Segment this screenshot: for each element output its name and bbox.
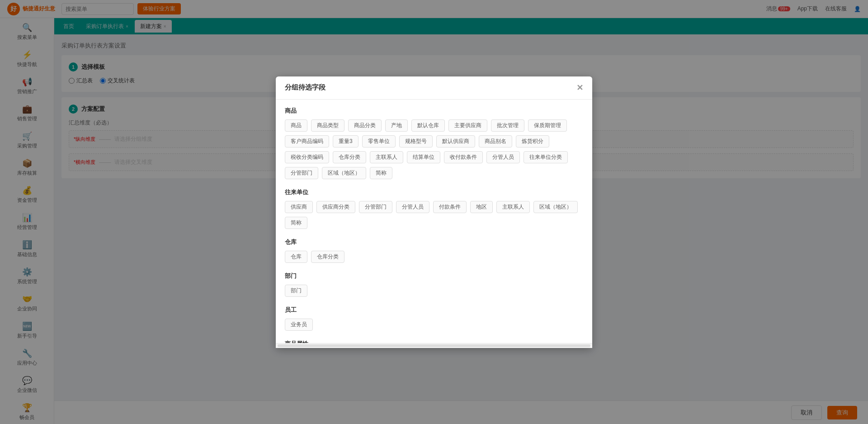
field-tag-0-9[interactable]: 重量3 [333, 135, 359, 148]
field-tags-3: 部门 [285, 285, 583, 297]
modal-body[interactable]: 商品商品商品类型商品分类产地默认仓库主要供应商批次管理保质期管理客户商品编码重量… [276, 100, 592, 343]
field-tag-0-23[interactable]: 区域（地区） [322, 167, 366, 179]
field-tag-0-22[interactable]: 分管部门 [285, 167, 318, 179]
field-section-3: 部门部门 [285, 272, 583, 297]
field-tag-0-8[interactable]: 客户商品编码 [285, 135, 329, 148]
field-tags-2: 仓库仓库分类 [285, 251, 583, 263]
field-tag-2-0[interactable]: 仓库 [285, 251, 307, 263]
field-section-2: 仓库仓库仓库分类 [285, 238, 583, 263]
field-section-0: 商品商品商品类型商品分类产地默认仓库主要供应商批次管理保质期管理客户商品编码重量… [285, 107, 583, 179]
field-section-title-1: 往来单位 [285, 188, 583, 196]
field-tag-0-4[interactable]: 默认仓库 [411, 119, 445, 132]
modal-hscroll[interactable] [276, 343, 592, 348]
field-tag-1-7[interactable]: 区域（地区） [533, 201, 578, 213]
field-tag-0-0[interactable]: 商品 [285, 119, 307, 132]
field-tag-0-1[interactable]: 商品类型 [311, 119, 344, 132]
field-tag-1-6[interactable]: 主联系人 [496, 201, 530, 213]
hscroll-track [278, 344, 590, 347]
field-tag-0-3[interactable]: 产地 [385, 119, 408, 132]
field-tag-0-21[interactable]: 往来单位分类 [524, 151, 568, 163]
field-section-4: 员工业务员 [285, 306, 583, 331]
modal-title: 分组待选字段 [285, 83, 326, 92]
field-tag-0-12[interactable]: 默认供应商 [436, 135, 475, 148]
field-tag-0-5[interactable]: 主要供应商 [448, 119, 487, 132]
modal: 分组待选字段 ✕ 商品商品商品类型商品分类产地默认仓库主要供应商批次管理保质期管… [276, 76, 592, 348]
field-section-title-3: 部门 [285, 272, 583, 280]
field-tag-0-15[interactable]: 税收分类编码 [285, 151, 329, 163]
field-section-5: 商品属性属性颜色多规格尺码鞋码1 [285, 340, 583, 343]
field-tag-1-4[interactable]: 付款条件 [433, 201, 467, 213]
field-tag-0-24[interactable]: 简称 [370, 167, 392, 179]
field-tag-0-18[interactable]: 结算单位 [407, 151, 440, 163]
field-tag-0-10[interactable]: 零售单位 [362, 135, 396, 148]
field-tags-4: 业务员 [285, 319, 583, 331]
field-tags-0: 商品商品类型商品分类产地默认仓库主要供应商批次管理保质期管理客户商品编码重量3零… [285, 119, 583, 179]
modal-header: 分组待选字段 ✕ [276, 76, 592, 100]
field-tag-2-1[interactable]: 仓库分类 [311, 251, 344, 263]
field-tag-1-3[interactable]: 分管人员 [396, 201, 429, 213]
field-tags-1: 供应商供应商分类分管部门分管人员付款条件地区主联系人区域（地区）简称 [285, 201, 583, 229]
field-tag-4-0[interactable]: 业务员 [285, 319, 313, 331]
field-tag-0-19[interactable]: 收付款条件 [444, 151, 483, 163]
field-tag-0-11[interactable]: 规格型号 [399, 135, 433, 148]
field-tag-0-20[interactable]: 分管人员 [486, 151, 520, 163]
field-tag-1-1[interactable]: 供应商分类 [316, 201, 355, 213]
modal-close-icon[interactable]: ✕ [576, 83, 583, 93]
field-tag-1-5[interactable]: 地区 [470, 201, 493, 213]
modal-overlay: 分组待选字段 ✕ 商品商品商品类型商品分类产地默认仓库主要供应商批次管理保质期管… [0, 0, 868, 424]
field-tag-0-6[interactable]: 批次管理 [491, 119, 524, 132]
field-tag-0-2[interactable]: 商品分类 [348, 119, 382, 132]
field-tag-1-0[interactable]: 供应商 [285, 201, 313, 213]
field-section-1: 往来单位供应商供应商分类分管部门分管人员付款条件地区主联系人区域（地区）简称 [285, 188, 583, 229]
field-section-title-5: 商品属性 [285, 340, 583, 343]
field-section-title-2: 仓库 [285, 238, 583, 246]
field-tag-1-2[interactable]: 分管部门 [359, 201, 392, 213]
field-section-title-0: 商品 [285, 107, 583, 115]
field-tag-3-0[interactable]: 部门 [285, 285, 307, 297]
field-section-title-4: 员工 [285, 306, 583, 314]
field-tag-0-17[interactable]: 主联系人 [370, 151, 403, 163]
field-tag-0-7[interactable]: 保质期管理 [528, 119, 567, 132]
field-tag-1-8[interactable]: 简称 [285, 217, 307, 229]
field-tag-0-16[interactable]: 仓库分类 [333, 151, 366, 163]
field-tag-0-13[interactable]: 商品别名 [479, 135, 512, 148]
field-tag-0-14[interactable]: 炼货积分 [516, 135, 549, 148]
